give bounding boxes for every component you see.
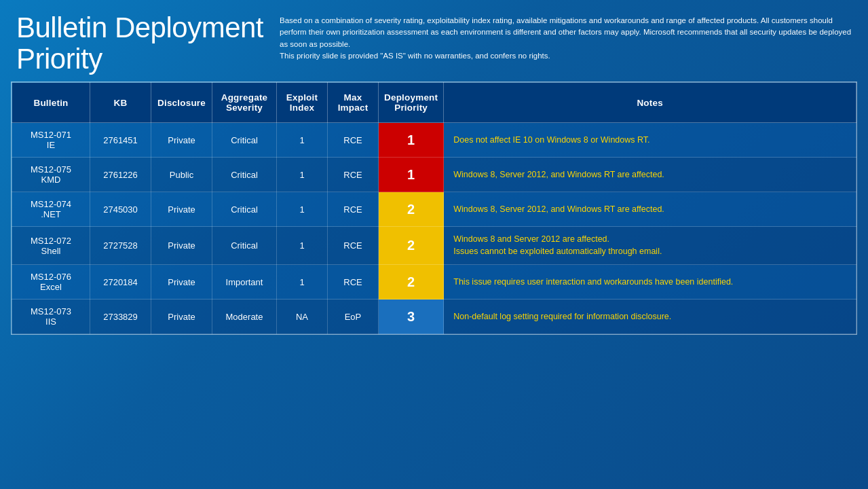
bulletin-table: Bulletin KB Disclosure AggregateSeverity… bbox=[12, 82, 856, 334]
cell-kb: 2761451 bbox=[90, 123, 151, 158]
cell-exploit: 1 bbox=[277, 265, 328, 300]
cell-severity: Critical bbox=[212, 227, 277, 265]
cell-priority: 1 bbox=[379, 123, 444, 158]
cell-kb: 2761226 bbox=[90, 158, 151, 192]
cell-bulletin: MS12-071 IE bbox=[12, 123, 90, 158]
cell-kb: 2745030 bbox=[90, 192, 151, 227]
cell-disclosure: Private bbox=[151, 300, 212, 334]
cell-bulletin: MS12-073 IIS bbox=[12, 300, 90, 334]
header-row: Bulletin KB Disclosure AggregateSeverity… bbox=[12, 83, 856, 123]
table-row: MS12-076 Excel2720184PrivateImportant1RC… bbox=[12, 265, 856, 300]
cell-disclosure: Private bbox=[151, 192, 212, 227]
cell-exploit: 1 bbox=[277, 158, 328, 192]
cell-disclosure: Private bbox=[151, 227, 212, 265]
cell-bulletin: MS12-074 .NET bbox=[12, 192, 90, 227]
table-row: MS12-073 IIS2733829PrivateModerateNAEoP3… bbox=[12, 300, 856, 334]
cell-notes: Does not affect IE 10 on Windows 8 or Wi… bbox=[444, 123, 856, 158]
cell-priority: 1 bbox=[379, 158, 444, 192]
description-text: Based on a combination of severity ratin… bbox=[280, 15, 852, 62]
cell-notes: Non-default log setting required for inf… bbox=[444, 300, 856, 334]
title-block: Bulletin Deployment Priority bbox=[16, 12, 263, 75]
table-row: MS12-072 Shell2727528PrivateCritical1RCE… bbox=[12, 227, 856, 265]
cell-notes: Windows 8 and Server 2012 are affected. … bbox=[444, 227, 856, 265]
col-header-priority: DeploymentPriority bbox=[379, 83, 444, 123]
cell-priority: 2 bbox=[379, 192, 444, 227]
col-header-disclosure: Disclosure bbox=[151, 83, 212, 123]
cell-exploit: 1 bbox=[277, 192, 328, 227]
cell-exploit: 1 bbox=[277, 123, 328, 158]
cell-notes: Windows 8, Server 2012, and Windows RT a… bbox=[444, 192, 856, 227]
cell-kb: 2733829 bbox=[90, 300, 151, 334]
cell-impact: RCE bbox=[328, 192, 379, 227]
cell-severity: Critical bbox=[212, 192, 277, 227]
table-row: MS12-074 .NET2745030PrivateCritical1RCE2… bbox=[12, 192, 856, 227]
cell-severity: Moderate bbox=[212, 300, 277, 334]
cell-kb: 2727528 bbox=[90, 227, 151, 265]
cell-bulletin: MS12-076 Excel bbox=[12, 265, 90, 300]
cell-disclosure: Private bbox=[151, 265, 212, 300]
table-header: Bulletin KB Disclosure AggregateSeverity… bbox=[12, 83, 856, 123]
cell-impact: RCE bbox=[328, 158, 379, 192]
description-block: Based on a combination of severity ratin… bbox=[280, 12, 852, 62]
col-header-exploit: ExploitIndex bbox=[277, 83, 328, 123]
col-header-impact: MaxImpact bbox=[328, 83, 379, 123]
cell-severity: Critical bbox=[212, 123, 277, 158]
cell-impact: EoP bbox=[328, 300, 379, 334]
table-body: MS12-071 IE2761451PrivateCritical1RCE1Do… bbox=[12, 123, 856, 334]
col-header-severity: AggregateSeverity bbox=[212, 83, 277, 123]
cell-priority: 2 bbox=[379, 227, 444, 265]
cell-notes: Windows 8, Server 2012, and Windows RT a… bbox=[444, 158, 856, 192]
col-header-notes: Notes bbox=[444, 83, 856, 123]
cell-impact: RCE bbox=[328, 227, 379, 265]
cell-bulletin: MS12-072 Shell bbox=[12, 227, 90, 265]
cell-kb: 2720184 bbox=[90, 265, 151, 300]
title-line2: Priority bbox=[16, 43, 102, 75]
cell-exploit: NA bbox=[277, 300, 328, 334]
cell-notes: This issue requires user interaction and… bbox=[444, 265, 856, 300]
cell-exploit: 1 bbox=[277, 227, 328, 265]
main-table-container: Bulletin KB Disclosure AggregateSeverity… bbox=[11, 82, 857, 335]
page-title: Bulletin Deployment Priority bbox=[16, 12, 263, 75]
cell-disclosure: Public bbox=[151, 158, 212, 192]
cell-priority: 2 bbox=[379, 265, 444, 300]
cell-priority: 3 bbox=[379, 300, 444, 334]
col-header-kb: KB bbox=[90, 83, 151, 123]
table-row: MS12-075 KMD2761226PublicCritical1RCE1Wi… bbox=[12, 158, 856, 192]
cell-disclosure: Private bbox=[151, 123, 212, 158]
title-line1: Bulletin Deployment bbox=[16, 12, 263, 43]
cell-bulletin: MS12-075 KMD bbox=[12, 158, 90, 192]
cell-severity: Important bbox=[212, 265, 277, 300]
cell-impact: RCE bbox=[328, 123, 379, 158]
col-header-bulletin: Bulletin bbox=[12, 83, 90, 123]
cell-impact: RCE bbox=[328, 265, 379, 300]
cell-severity: Critical bbox=[212, 158, 277, 192]
table-row: MS12-071 IE2761451PrivateCritical1RCE1Do… bbox=[12, 123, 856, 158]
header: Bulletin Deployment Priority Based on a … bbox=[0, 0, 868, 82]
